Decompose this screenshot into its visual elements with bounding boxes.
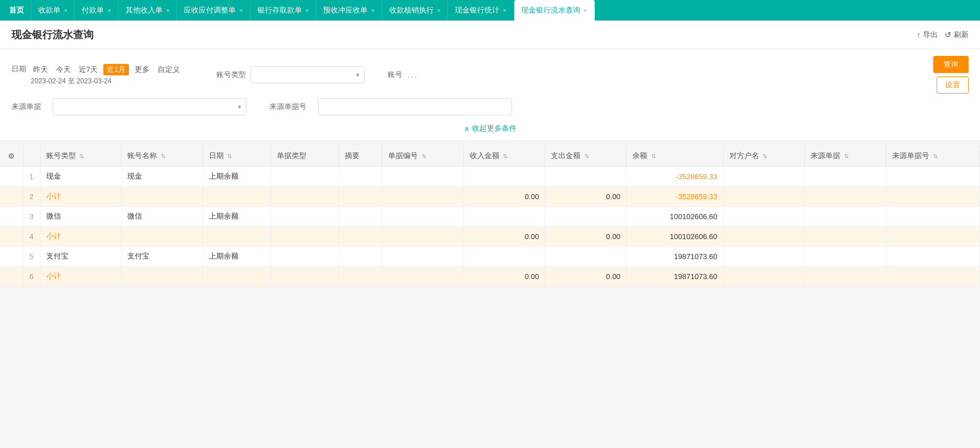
- sort-icon: ⇅: [161, 153, 166, 159]
- table-cell: [723, 207, 805, 227]
- col-account-name[interactable]: 账号名称 ⇅: [122, 146, 203, 167]
- close-icon[interactable]: ×: [437, 7, 441, 14]
- table-cell: [886, 247, 980, 267]
- nav-tab-qitashouru[interactable]: 其他收入单 ×: [119, 0, 177, 21]
- shortcut-more[interactable]: 更多: [132, 64, 152, 75]
- sort-icon: ⇅: [227, 153, 232, 159]
- table-cell: [463, 167, 545, 187]
- table-cell: [271, 207, 338, 227]
- sort-icon: ⇅: [651, 153, 656, 159]
- table-cell: 支付宝: [122, 247, 203, 267]
- source-doc-no-label: 来源单据号: [269, 102, 306, 112]
- account-type-block: 账号类型 ▾: [216, 66, 365, 83]
- table-cell: [338, 167, 382, 187]
- table-cell: 1: [23, 167, 40, 187]
- header-actions: ↑ 导出 ↺ 刷新: [917, 30, 969, 40]
- table-cell: [886, 187, 980, 207]
- table-cell: [886, 267, 980, 286]
- source-doc-select[interactable]: ▾: [53, 98, 247, 115]
- col-account-type[interactable]: 账号类型 ⇅: [40, 146, 122, 167]
- nav-tab-liushuichaxun[interactable]: 现金银行流水查询 ×: [514, 0, 595, 21]
- table-cell: 5: [23, 247, 40, 267]
- table-cell: [203, 187, 271, 207]
- col-doc-no[interactable]: 单据编号 ⇅: [382, 146, 464, 167]
- table-cell: [271, 227, 338, 247]
- table-row: 1现金现金上期余额-3528659.33: [0, 167, 980, 187]
- nav-tab-shoukuanzhixing[interactable]: 收款核销执行 ×: [382, 0, 448, 21]
- table-gear-col[interactable]: ⚙: [0, 146, 23, 167]
- table-area: ⚙ 账号类型 ⇅ 账号名称 ⇅ 日期 ⇅ 单据类型: [0, 146, 980, 286]
- nav-tab-xianjintongji[interactable]: 现金银行统计 ×: [448, 0, 514, 21]
- nav-tab-shoukuandan[interactable]: 收款单 ×: [31, 0, 75, 21]
- refresh-button[interactable]: ↺ 刷新: [945, 30, 969, 40]
- source-doc-no-input[interactable]: [318, 98, 512, 115]
- sort-icon: ⇅: [422, 153, 426, 159]
- col-source-doc-no[interactable]: 来源单据号 ⇅: [886, 146, 980, 167]
- collapse-bar[interactable]: ∧ 收起更多条件: [11, 120, 969, 136]
- account-type-label: 账号类型: [216, 70, 246, 80]
- close-icon[interactable]: ×: [503, 7, 506, 14]
- table-cell: 现金: [40, 167, 122, 187]
- table-cell: 0.00: [463, 187, 545, 207]
- close-icon[interactable]: ×: [371, 7, 374, 14]
- query-button[interactable]: 查询: [933, 56, 969, 73]
- nav-tab-fukuandan[interactable]: 付款单 ×: [75, 0, 118, 21]
- page-header: 现金银行流水查询 ↑ 导出 ↺ 刷新: [0, 21, 980, 49]
- nav-home[interactable]: 首页: [2, 0, 31, 21]
- filter-row-1: 日期 昨天 今天 近7天 近1月 更多 自定义 2023-02-24 至 202…: [11, 56, 969, 94]
- nav-tab-yinhangcunqu[interactable]: 银行存取款单 ×: [251, 0, 316, 21]
- date-shortcuts-group: 昨天 今天 近7天 近1月 更多 自定义 2023-02-24 至 2023-0…: [31, 64, 182, 86]
- shortcut-7days[interactable]: 近7天: [76, 64, 100, 75]
- close-icon[interactable]: ×: [107, 7, 111, 14]
- account-no-block: 账号 ...: [388, 70, 418, 80]
- table-cell: [805, 167, 886, 187]
- table-cell: [271, 187, 338, 207]
- table-cell: 微信: [40, 207, 122, 227]
- account-no-dots[interactable]: ...: [407, 70, 418, 80]
- col-counterpart[interactable]: 对方户名 ⇅: [723, 146, 805, 167]
- col-income[interactable]: 收入金额 ⇅: [463, 146, 545, 167]
- shortcut-custom[interactable]: 自定义: [155, 64, 182, 75]
- close-icon[interactable]: ×: [239, 7, 243, 14]
- table-cell: [723, 227, 805, 247]
- table-cell: [886, 167, 980, 187]
- table-cell: [338, 227, 382, 247]
- close-icon[interactable]: ×: [64, 7, 67, 14]
- table-cell: [382, 247, 464, 267]
- nav-tab-yingshoutiaozheng[interactable]: 应收应付调整单 ×: [177, 0, 250, 21]
- shortcut-today[interactable]: 今天: [54, 64, 73, 75]
- col-expense[interactable]: 支出金额 ⇅: [545, 146, 627, 167]
- table-cell: [723, 247, 805, 267]
- table-cell: [382, 167, 464, 187]
- table-cell: 3: [23, 207, 40, 227]
- sort-icon: ⇅: [584, 153, 589, 159]
- setting-button[interactable]: 设置: [937, 76, 969, 94]
- close-icon[interactable]: ×: [305, 7, 309, 14]
- table-cell: 小计: [40, 267, 122, 286]
- shortcut-yesterday[interactable]: 昨天: [31, 64, 50, 75]
- shortcut-1month[interactable]: 近1月: [103, 64, 129, 75]
- date-filter-block: 日期 昨天 今天 近7天 近1月 更多 自定义 2023-02-24 至 202…: [11, 64, 182, 86]
- col-date[interactable]: 日期 ⇅: [203, 146, 271, 167]
- close-icon[interactable]: ×: [166, 7, 170, 14]
- table-cell: [0, 207, 23, 227]
- table-cell: [203, 267, 271, 286]
- table-cell: 19871073.60: [627, 267, 724, 286]
- table-cell: [886, 207, 980, 227]
- col-balance[interactable]: 余额 ⇅: [627, 146, 724, 167]
- table-body: 1现金现金上期余额-3528659.332小计0.000.00-3528659.…: [0, 167, 980, 286]
- nav-tab-yushouchong[interactable]: 预收冲应收单 ×: [316, 0, 382, 21]
- sort-icon: ⇅: [503, 153, 507, 159]
- table-cell: [271, 247, 338, 267]
- export-button[interactable]: ↑ 导出: [917, 30, 938, 40]
- table-cell: [338, 247, 382, 267]
- col-source-doc[interactable]: 来源单据 ⇅: [805, 146, 886, 167]
- table-cell: 小计: [40, 187, 122, 207]
- page-title: 现金银行流水查询: [11, 28, 94, 42]
- account-type-select[interactable]: ▾: [251, 66, 365, 83]
- close-icon[interactable]: ×: [584, 7, 587, 14]
- table-cell: [0, 167, 23, 187]
- table-cell: [886, 227, 980, 247]
- col-summary: 摘要: [338, 146, 382, 167]
- table-index-col: [23, 146, 40, 167]
